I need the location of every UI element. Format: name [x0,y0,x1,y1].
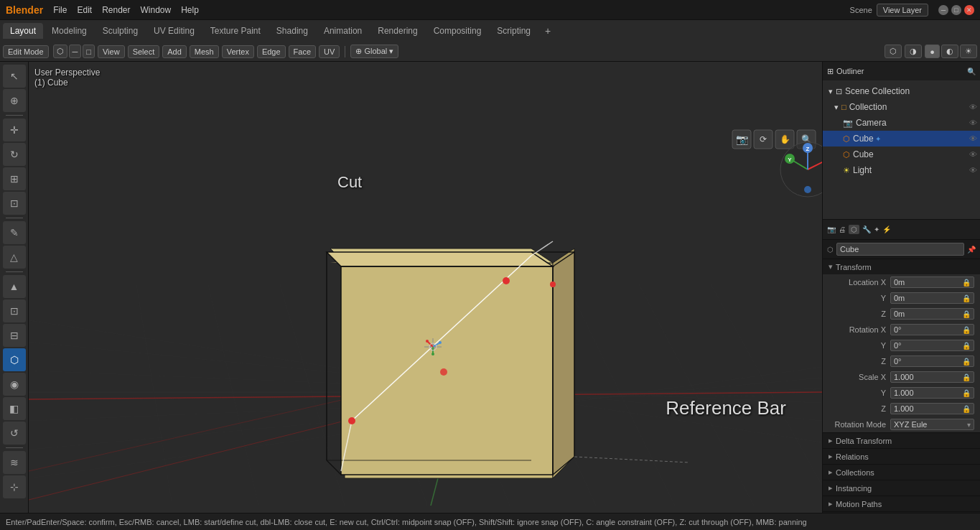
solid-mode[interactable]: ● [925,45,940,58]
rot-z-lock[interactable]: 🔒 [962,358,971,366]
tab-rendering[interactable]: Rendering [370,23,424,39]
extrude-tool-btn[interactable]: ▲ [3,275,26,298]
maximize-button[interactable]: □ [951,5,961,15]
loc-z-lock[interactable]: 🔒 [962,310,971,318]
mode-selector[interactable]: Edit Mode [3,45,49,58]
collections-section-title[interactable]: ▸ Collections [823,465,980,480]
menu-window[interactable]: Window [136,4,176,17]
rot-mode-value[interactable]: XYZ Eule ▾ [890,419,974,430]
menu-render[interactable]: Render [98,4,134,17]
scale-z-value[interactable]: 1.000 🔒 [890,403,974,414]
prop-icon-particles[interactable]: ✦ [874,226,879,233]
minimize-button[interactable]: ─ [938,5,948,15]
tab-layout[interactable]: Layout [3,23,43,39]
prop-icon-object[interactable]: ⬡ [849,225,859,234]
rendered-mode[interactable]: ☀ [960,45,977,58]
view-menu[interactable]: View [98,45,125,58]
knife-tool-btn[interactable]: ◉ [3,373,26,396]
rot-mode-dropdown[interactable]: ▾ [967,421,971,429]
prop-icon-modifier[interactable]: 🔧 [862,226,871,233]
tab-uv-editing[interactable]: UV Editing [146,23,202,39]
outliner-camera[interactable]: 📷 Camera 👁 [823,115,980,131]
light-eye[interactable]: 👁 [969,166,977,175]
transform-tool-btn[interactable]: ⊡ [3,192,26,215]
relations-section-title[interactable]: ▸ Relations [823,449,980,464]
rotate-tool-btn[interactable]: ↻ [3,143,26,166]
rot-z-value[interactable]: 0° 🔒 [890,355,974,367]
annotate-tool-btn[interactable]: ✎ [3,221,26,244]
motion-paths-section-title[interactable]: ▸ Motion Paths [823,496,980,511]
outliner-light[interactable]: ☀ Light 👁 [823,162,980,178]
delta-transform-title[interactable]: ▸ Delta Transform [823,433,980,448]
bisect-tool-btn[interactable]: ◧ [3,397,26,420]
rot-y-value[interactable]: 0° 🔒 [890,340,974,351]
rot-x-value[interactable]: 0° 🔒 [890,324,974,335]
rot-y-lock[interactable]: 🔒 [962,342,971,350]
cube2-eye[interactable]: 👁 [969,150,977,159]
outliner-cube2[interactable]: ⬡ Cube 👁 [823,147,980,162]
object-name-pin[interactable]: 📌 [967,246,976,254]
visibility-section-title[interactable]: ▸ Visibility [823,512,980,513]
close-button[interactable]: ✕ [964,5,974,15]
tab-scripting[interactable]: Scripting [490,23,538,39]
loc-x-lock[interactable]: 🔒 [962,279,971,287]
menu-help[interactable]: Help [177,4,203,17]
uv-menu[interactable]: UV [319,45,340,58]
smooth-tool-btn[interactable]: ≋ [3,451,26,474]
pivot-selector[interactable]: ⊕ Global ▾ [350,45,398,58]
move-tool-btn[interactable]: ✛ [3,118,26,141]
scale-y-lock[interactable]: 🔒 [962,389,971,397]
rot-x-lock[interactable]: 🔒 [962,326,971,334]
tab-animation[interactable]: Animation [317,23,369,39]
measure-tool-btn[interactable]: △ [3,246,26,269]
loc-y-value[interactable]: 0m 🔒 [890,292,974,304]
loc-y-lock[interactable]: 🔒 [962,294,971,302]
inset-tool-btn[interactable]: ⊡ [3,299,26,322]
spin-tool-btn[interactable]: ↺ [3,422,26,445]
menu-edit[interactable]: Edit [73,4,96,17]
scale-tool-btn[interactable]: ⊞ [3,167,26,190]
edge-menu[interactable]: Edge [257,45,286,58]
scale-x-lock[interactable]: 🔒 [962,373,971,381]
tab-shading[interactable]: Shading [269,23,315,39]
material-mode[interactable]: ◐ [941,45,958,58]
select-box-tool[interactable]: ↖ [3,65,26,88]
menu-file[interactable]: File [49,4,71,17]
tab-texture-paint[interactable]: Texture Paint [203,23,268,39]
slide-tool-btn[interactable]: ⊹ [3,475,26,498]
outliner-collection[interactable]: ▾ □ Collection 👁 [823,99,980,115]
tab-compositing[interactable]: Compositing [426,23,489,39]
mesh-edge-button[interactable]: ─ [69,45,82,58]
overlay-button[interactable]: ⬡ [885,45,902,58]
select-menu[interactable]: Select [128,45,160,58]
outliner-search-icon[interactable]: 🔍 [967,68,976,75]
prop-icon-render[interactable]: 📷 [827,226,836,233]
scale-y-value[interactable]: 1.000 🔒 [890,387,974,399]
add-menu[interactable]: Add [162,45,187,58]
bevel-tool-btn[interactable]: ⊟ [3,324,26,347]
face-menu[interactable]: Face [289,45,316,58]
mesh-menu[interactable]: Mesh [190,45,219,58]
scale-z-lock[interactable]: 🔒 [962,405,971,413]
loop-cut-tool-btn[interactable]: ⬡ [3,348,26,371]
tab-sculpting[interactable]: Sculpting [95,23,145,39]
cube-eye[interactable]: 👁 [969,134,977,143]
cursor-tool-btn[interactable]: ⊕ [3,89,26,112]
prop-icon-output[interactable]: 🖨 [839,226,846,233]
prop-icon-physics[interactable]: ⚡ [882,226,891,233]
instancing-section-title[interactable]: ▸ Instancing [823,480,980,496]
viewport-3d[interactable]: 📷 ⟳ ✋ 🔍 X [29,62,822,513]
loc-z-value[interactable]: 0m 🔒 [890,308,974,320]
vertex-menu[interactable]: Vertex [222,45,254,58]
view-layer-button[interactable]: View Layer [877,4,928,17]
transform-section-title[interactable]: ▾ Transform [823,259,980,274]
tab-modeling[interactable]: Modeling [45,23,94,39]
loc-x-value[interactable]: 0m 🔒 [890,276,974,288]
xray-button[interactable]: ◑ [905,45,922,58]
add-workspace-button[interactable]: + [539,22,556,39]
mesh-vert-button[interactable]: ⬡ [53,45,67,58]
outliner-cube-selected[interactable]: ⬡ Cube ✦ 👁 [823,131,980,147]
object-name-input[interactable]: Cube [836,243,964,256]
collection-eye[interactable]: 👁 [969,103,977,111]
mesh-face-button[interactable]: □ [83,45,95,58]
